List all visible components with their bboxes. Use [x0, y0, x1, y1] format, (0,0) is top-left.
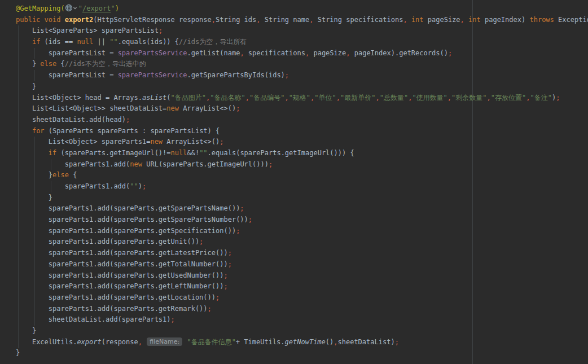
code-token: ; — [216, 293, 220, 301]
code-token: ; — [223, 282, 227, 290]
indent-space — [16, 27, 32, 34]
code-token: ; — [220, 138, 223, 146]
code-line-24[interactable]: spareParts1.add(spareParts.getTotalNumbe… — [16, 259, 588, 270]
code-token: @GetMapping( — [16, 5, 65, 12]
code-token: ; — [556, 94, 560, 102]
code-line-4[interactable]: if (ids == null || "".equals(ids)) {//id… — [16, 37, 588, 48]
code-line-23[interactable]: spareParts1.add(spareParts.getLatestPric… — [16, 248, 588, 259]
indent-space — [16, 293, 49, 301]
code-token: asList — [142, 94, 166, 102]
code-area[interactable]: @GetMapping("/export")public void export… — [16, 3, 588, 359]
code-line-6[interactable]: } else {//ids不为空，导出选中的 — [16, 59, 588, 70]
code-token: "单位" — [314, 94, 336, 102]
parameter-name-hint: fileName: — [147, 337, 182, 346]
code-token: " — [78, 5, 82, 12]
code-token: , — [240, 49, 244, 57]
code-token: sheetDataList) — [338, 338, 395, 346]
code-token: int — [468, 16, 481, 24]
code-token: spareParts1.add(spareParts.getUnit()) — [49, 238, 199, 245]
code-line-14[interactable]: if (spareParts.getImageUrl()!=null&&!"".… — [16, 148, 588, 159]
code-token: ; — [159, 27, 163, 34]
code-line-31[interactable]: ExcelUtils.export(response, fileName: "备… — [16, 337, 588, 348]
code-token: "总数量" — [380, 94, 408, 102]
code-token: spareParts1.add(spareParts.getUsedNumber… — [49, 271, 224, 279]
code-token: ; — [240, 204, 244, 212]
code-line-18[interactable]: } — [16, 192, 588, 204]
code-token: "使用数量" — [412, 94, 447, 102]
indent-space — [16, 204, 49, 212]
code-token: { — [56, 60, 64, 68]
code-line-1[interactable]: @GetMapping("/export") — [16, 3, 588, 15]
indent-space — [16, 60, 32, 68]
code-token: ArrayList<>() — [179, 104, 236, 112]
code-token: spareParts1.add(spareParts.getRemark()) — [49, 305, 208, 313]
indent-space — [16, 182, 65, 190]
indent-space — [16, 249, 49, 257]
code-token: new — [130, 160, 142, 168]
code-line-11[interactable]: sheetDataList.add(head); — [16, 115, 588, 126]
code-token: pageSize — [309, 49, 346, 57]
code-line-21[interactable]: spareParts1.add(spareParts.getSpecificat… — [16, 226, 588, 237]
code-line-13[interactable]: List<Object> spareParts1=new ArrayList<>… — [16, 137, 588, 148]
code-token: public void — [16, 16, 65, 24]
code-token: ; — [285, 71, 289, 79]
code-token: .equals(ids)) { — [118, 38, 179, 46]
code-line-26[interactable]: spareParts1.add(spareParts.getLeftNumber… — [16, 281, 588, 292]
code-token: new — [166, 104, 179, 112]
code-token: "备品编号" — [249, 94, 284, 102]
code-token: //ids不为空，导出选中的 — [65, 60, 146, 68]
code-line-2[interactable]: public void export2(HttpServletResponse … — [16, 15, 588, 26]
code-line-10[interactable]: List<List<Object>> sheetDataList=new Arr… — [16, 103, 588, 115]
code-token: " — [111, 5, 115, 12]
code-line-7[interactable]: sparePartsList = sparePartsService.getSp… — [16, 70, 588, 81]
code-token: "备品图片" — [171, 94, 206, 102]
code-line-8[interactable]: } — [16, 81, 588, 93]
code-editor[interactable]: @GetMapping("/export")public void export… — [0, 0, 588, 364]
code-token: spareParts1.add(spareParts.getLatestPric… — [49, 249, 228, 257]
code-line-27[interactable]: spareParts1.add(spareParts.getLocation()… — [16, 292, 588, 304]
code-token: "规格" — [289, 94, 310, 102]
chevron-down-icon — [73, 7, 76, 9]
code-line-25[interactable]: spareParts1.add(spareParts.getUsedNumber… — [16, 270, 588, 282]
indent-space — [16, 305, 49, 313]
code-token: pageIndex) — [481, 16, 530, 24]
code-token: + TimeUtils. — [236, 338, 285, 346]
code-token: .getList(name — [187, 49, 240, 57]
indent-space — [16, 227, 49, 235]
code-token: ; — [228, 249, 232, 257]
code-line-30[interactable]: } — [16, 326, 588, 337]
code-token: "" — [109, 38, 117, 46]
code-line-19[interactable]: spareParts1.add(spareParts.getSpareParts… — [16, 203, 588, 214]
code-token: { — [69, 171, 77, 179]
code-token: if — [32, 38, 40, 46]
code-line-15[interactable]: spareParts1.add(new URL(spareParts.getIm… — [16, 159, 588, 170]
code-line-29[interactable]: sheetDataList.add(spareParts1); — [16, 314, 588, 326]
code-token: () — [326, 338, 334, 346]
code-line-28[interactable]: spareParts1.add(spareParts.getRemark()); — [16, 304, 588, 315]
indent-space — [16, 71, 49, 79]
indent-space — [16, 238, 49, 245]
code-token: specifications — [244, 49, 305, 57]
code-token: } — [32, 327, 36, 335]
code-line-32[interactable]: } — [16, 348, 588, 359]
code-line-17[interactable]: spareParts1.add(""); — [16, 181, 588, 192]
code-token: String ids — [216, 16, 256, 24]
code-line-9[interactable]: List<Object> head = Arrays.asList("备品图片"… — [16, 93, 588, 104]
code-line-22[interactable]: spareParts1.add(spareParts.getUnit()); — [16, 236, 588, 248]
code-line-20[interactable]: spareParts1.add(spareParts.getSpareParts… — [16, 214, 588, 226]
code-token: //ids为空，导出所有 — [179, 38, 247, 46]
indent-space — [16, 149, 49, 157]
code-line-5[interactable]: sparePartsList = sparePartsService.getLi… — [16, 48, 588, 59]
code-token: (SpareParts spareParts : sparePartsList)… — [45, 127, 220, 135]
code-token: (HttpServletResponse response — [93, 16, 212, 24]
code-token: ; — [248, 216, 252, 223]
code-token: ; — [171, 315, 175, 323]
code-token — [142, 338, 146, 346]
code-line-12[interactable]: for (SpareParts spareParts : sparePartsL… — [16, 126, 588, 137]
code-line-3[interactable]: List<SpareParts> sparePartsList; — [16, 25, 588, 37]
code-token: pageIndex).getRecords() — [350, 49, 447, 57]
indent-space — [16, 49, 49, 57]
rest-endpoint-globe-icon[interactable] — [65, 4, 78, 12]
code-token: , — [284, 94, 288, 102]
code-line-16[interactable]: }else { — [16, 170, 588, 181]
